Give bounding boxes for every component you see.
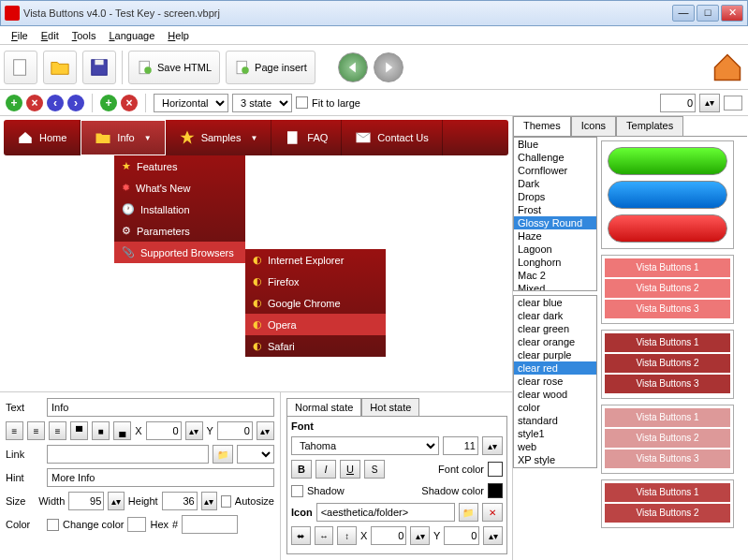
svg-point-6 (242, 66, 249, 74)
new-button[interactable] (4, 51, 37, 84)
svg-point-4 (144, 66, 152, 74)
shadowcolor-swatch[interactable] (488, 483, 503, 498)
fit-label: Fit to large (312, 97, 360, 109)
page-insert-label: Page insert (255, 62, 307, 73)
sub-browsers[interactable]: 📎Supported Browsers (114, 242, 245, 263)
orientation-select[interactable]: Horizontal (154, 94, 228, 112)
italic-button[interactable]: I (315, 460, 336, 479)
autosize-checkbox[interactable] (221, 495, 231, 508)
menu-tools[interactable]: Tools (66, 28, 102, 42)
hint-label: Hint (6, 472, 43, 483)
spin-input[interactable] (660, 94, 696, 112)
menu-file[interactable]: File (6, 28, 34, 42)
menu-help[interactable]: Help (162, 28, 195, 42)
fontcolor-swatch[interactable] (488, 462, 503, 477)
fit-checkbox[interactable] (296, 96, 308, 109)
x-spin[interactable] (146, 421, 182, 440)
sub-chrome[interactable]: ◐Google Chrome (245, 292, 386, 314)
font-select[interactable]: Tahoma (291, 436, 439, 455)
close-button[interactable]: ✕ (721, 5, 743, 22)
maximize-button[interactable]: □ (697, 5, 719, 22)
submenu-browsers: ◐Internet Explorer ◐Firefox ◐Google Chro… (245, 249, 386, 357)
fontsize-spin[interactable] (443, 436, 478, 455)
preview-green[interactable] (608, 147, 727, 175)
chevron-down-icon: ▼ (144, 134, 152, 142)
titlebar: Vista Buttons v4.0 - Test Key - screen.v… (0, 0, 748, 26)
browse-icon[interactable]: 📁 (213, 445, 233, 464)
sub-firefox[interactable]: ◐Firefox (245, 271, 386, 292)
remove2-button[interactable]: × (121, 95, 138, 111)
sub-safari[interactable]: ◐Safari (245, 335, 386, 357)
save-html-label: Save HTML (157, 62, 212, 73)
tab-icons[interactable]: Icons (571, 116, 616, 136)
changecolor-checkbox[interactable] (47, 519, 59, 531)
sub-whatsnew[interactable]: ✹What's New (114, 177, 245, 199)
nav-samples[interactable]: Samples▼ (166, 120, 272, 155)
page-insert-button[interactable]: Page insert (226, 51, 315, 84)
tab-normal[interactable]: Normal state (286, 398, 361, 416)
state-select[interactable]: 3 state (232, 94, 292, 112)
valign-bot[interactable]: ▄ (113, 421, 131, 440)
hint-input[interactable] (47, 468, 274, 487)
sub-installation[interactable]: 🕐Installation (114, 199, 245, 220)
menu-edit[interactable]: Edit (36, 28, 65, 42)
nav-contact[interactable]: Contact Us (342, 120, 442, 155)
preview-red[interactable] (608, 214, 727, 243)
y-spin[interactable] (217, 421, 253, 440)
strike-button[interactable]: S (364, 460, 385, 479)
icon-browse[interactable]: 📁 (459, 503, 479, 522)
sub-ie[interactable]: ◐Internet Explorer (245, 249, 386, 271)
text-input[interactable] (47, 398, 274, 417)
open-button[interactable] (43, 51, 77, 84)
valign-mid[interactable]: ■ (92, 421, 110, 440)
color-swatch[interactable] (724, 96, 742, 111)
bold-button[interactable]: B (291, 460, 312, 479)
menu-language[interactable]: Language (103, 28, 160, 42)
link-input[interactable] (47, 445, 209, 464)
height-spin[interactable] (162, 492, 198, 510)
tab-themes[interactable]: Themes (513, 116, 571, 136)
width-spin[interactable] (68, 492, 104, 510)
nav-info[interactable]: Info▼ (81, 120, 165, 155)
back-button[interactable] (338, 52, 368, 82)
color-swatch2[interactable] (127, 517, 146, 532)
target-select[interactable] (237, 445, 274, 464)
save-button[interactable] (82, 51, 116, 84)
underline-button[interactable]: U (340, 460, 360, 479)
properties-panel: Text ≡≡≡ ▀■▄ X▴▾ Y▴▾ Link📁 Hint Size Wid… (0, 391, 512, 560)
nav-menu: Home Info▼ Samples▼ FAQ Contact Us (4, 120, 508, 155)
sub-parameters[interactable]: ⚙Parameters (114, 220, 245, 242)
icon-align[interactable]: ⬌ (291, 526, 311, 545)
sub-opera[interactable]: ◐Opera (245, 314, 386, 335)
nav-faq[interactable]: FAQ (271, 120, 342, 155)
align-left[interactable]: ≡ (6, 421, 23, 440)
preview-group-2: Vista Buttons 1Vista Buttons 2Vista Butt… (601, 330, 734, 399)
app-icon (5, 6, 20, 21)
tab-templates[interactable]: Templates (616, 116, 683, 136)
forward-button[interactable] (374, 52, 403, 82)
save-html-button[interactable]: Save HTML (128, 51, 220, 84)
preview-blue[interactable] (608, 181, 727, 209)
theme-list[interactable]: BlueChallengeCornflowerDarkDropsFrostGlo… (513, 137, 597, 291)
hex-input[interactable] (182, 515, 238, 534)
align-right[interactable]: ≡ (49, 421, 66, 440)
left-button[interactable]: ‹ (47, 95, 64, 111)
minimize-button[interactable]: — (672, 5, 695, 22)
preview-area: Home Info▼ Samples▼ FAQ Contact Us ★Feat… (0, 116, 512, 391)
icon-input[interactable] (316, 503, 455, 522)
spin-up[interactable]: ▴▾ (699, 94, 720, 112)
add2-button[interactable]: + (100, 95, 117, 111)
add-button[interactable]: + (6, 95, 22, 111)
tab-hot[interactable]: Hot state (361, 398, 419, 416)
size-label: Size (6, 495, 35, 507)
nav-home[interactable]: Home (4, 120, 81, 155)
shadow-checkbox[interactable] (291, 485, 303, 497)
subtheme-list[interactable]: clear blueclear darkclear greenclear ora… (513, 295, 597, 468)
home-icon[interactable] (711, 51, 744, 84)
align-center[interactable]: ≡ (27, 421, 45, 440)
remove-button[interactable]: × (26, 95, 43, 111)
icon-remove[interactable]: ✕ (482, 503, 503, 522)
valign-top[interactable]: ▀ (70, 421, 88, 440)
right-button[interactable]: › (67, 95, 84, 111)
sub-features[interactable]: ★Features (114, 155, 245, 177)
